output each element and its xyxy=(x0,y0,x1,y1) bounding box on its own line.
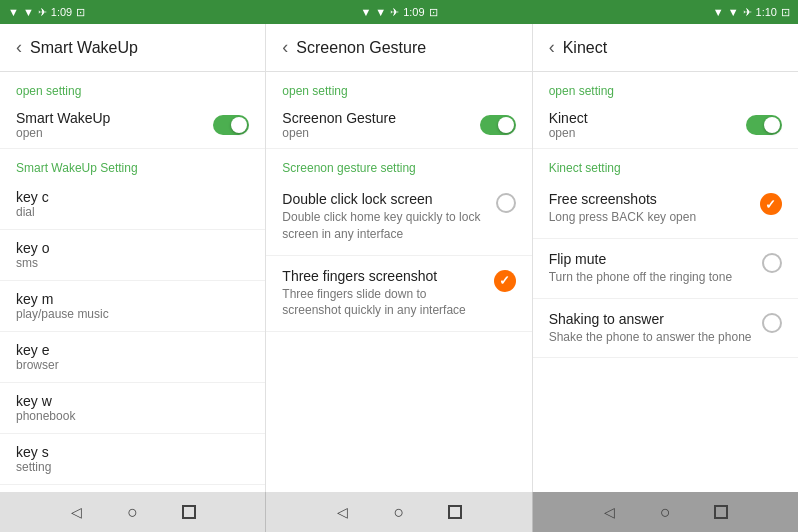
time-mid: 1:09 xyxy=(403,6,424,18)
nav-section-right: ◁ ○ xyxy=(533,492,798,532)
time-right: 1:10 xyxy=(756,6,777,18)
kinect-toggle[interactable] xyxy=(746,115,782,135)
smart-wakeup-toggle[interactable] xyxy=(213,115,249,135)
screenon-sublabel: open xyxy=(282,126,396,140)
panel-title-smart-wakeup: Smart WakeUp xyxy=(30,39,138,57)
kinect-label: Kinect xyxy=(549,110,588,126)
screenshot-icon-mid: ⊡ xyxy=(429,6,438,19)
panel-body-screenon: open setting Screenon Gesture open Scree… xyxy=(266,72,531,492)
nav-home-left[interactable]: ○ xyxy=(117,496,149,528)
smart-wakeup-setting-label: Smart WakeUp Setting xyxy=(0,149,265,179)
key-title: key m xyxy=(16,291,249,307)
kinect-setting-label: Kinect setting xyxy=(533,149,798,179)
airplane-icon: ✈ xyxy=(38,6,47,19)
signal-icon: ▼ xyxy=(23,6,34,18)
back-arrow-screenon[interactable]: ‹ xyxy=(282,37,288,58)
panel-header-kinect: ‹ Kinect xyxy=(533,24,798,72)
open-setting-label-1: open setting xyxy=(0,72,265,102)
nav-back-right[interactable]: ◁ xyxy=(593,496,625,528)
open-setting-label-3: open setting xyxy=(533,72,798,102)
panel-screenon: ‹ Screenon Gesture open setting Screenon… xyxy=(266,24,532,492)
option-three-fingers-title: Three fingers screenshot xyxy=(282,268,485,284)
option-three-fingers[interactable]: Three fingers screenshot Three fingers s… xyxy=(266,256,531,333)
option-double-click-text: Double click lock screen Double click ho… xyxy=(282,191,487,243)
check-three-fingers[interactable] xyxy=(494,270,516,292)
airplane-icon-mid: ✈ xyxy=(390,6,399,19)
airplane-icon-right: ✈ xyxy=(743,6,752,19)
option-shaking-answer-desc: Shake the phone to answer the phone xyxy=(549,329,754,346)
nav-recents-right[interactable] xyxy=(705,496,737,528)
option-three-fingers-text: Three fingers screenshot Three fingers s… xyxy=(282,268,485,320)
back-arrow-smart-wakeup[interactable]: ‹ xyxy=(16,37,22,58)
option-flip-mute-title: Flip mute xyxy=(549,251,754,267)
panel-body-kinect: open setting Kinect open Kinect setting … xyxy=(533,72,798,492)
nav-recents-middle[interactable] xyxy=(439,496,471,528)
screenon-toggle[interactable] xyxy=(480,115,516,135)
option-shaking-answer-text: Shaking to answer Shake the phone to ans… xyxy=(549,311,754,346)
status-bar: ▼ ▼ ✈ 1:09 ⊡ ▼ ▼ ✈ 1:09 ⊡ ▼ ▼ ✈ 1:10 ⊡ xyxy=(0,0,798,24)
screenshot-icon-left: ⊡ xyxy=(76,6,85,19)
back-arrow-kinect[interactable]: ‹ xyxy=(549,37,555,58)
key-sub: setting xyxy=(16,460,249,474)
key-sub: sms xyxy=(16,256,249,270)
smart-wakeup-label: Smart WakeUp xyxy=(16,110,110,126)
key-sub: browser xyxy=(16,358,249,372)
kinect-toggle-row: Kinect open xyxy=(533,102,798,149)
panel-kinect: ‹ Kinect open setting Kinect open Kinect… xyxy=(533,24,798,492)
nav-recents-left[interactable] xyxy=(173,496,205,528)
nav-section-left: ◁ ○ xyxy=(0,492,266,532)
key-sub: phonebook xyxy=(16,409,249,423)
nav-home-right[interactable]: ○ xyxy=(649,496,681,528)
key-title: key w xyxy=(16,393,249,409)
panel-title-kinect: Kinect xyxy=(563,39,607,57)
nav-back-middle[interactable]: ◁ xyxy=(327,496,359,528)
radio-double-click[interactable] xyxy=(496,193,516,213)
key-title: key e xyxy=(16,342,249,358)
signal-icon-mid: ▼ xyxy=(375,6,386,18)
list-item[interactable]: key w phonebook xyxy=(0,383,265,434)
list-item[interactable]: key c dial xyxy=(0,179,265,230)
option-free-screenshots-desc: Long press BACK key open xyxy=(549,209,752,226)
option-double-click[interactable]: Double click lock screen Double click ho… xyxy=(266,179,531,256)
key-title: key c xyxy=(16,189,249,205)
time-left: 1:09 xyxy=(51,6,72,18)
key-title: key o xyxy=(16,240,249,256)
option-flip-mute-text: Flip mute Turn the phone off the ringing… xyxy=(549,251,754,286)
kinect-toggle-text: Kinect open xyxy=(549,110,588,140)
key-sub: play/pause music xyxy=(16,307,249,321)
option-flip-mute[interactable]: Flip mute Turn the phone off the ringing… xyxy=(533,239,798,299)
list-item[interactable]: key s setting xyxy=(0,434,265,485)
panel-body-smart-wakeup: open setting Smart WakeUp open Smart Wak… xyxy=(0,72,265,492)
screenshot-icon-right: ⊡ xyxy=(781,6,790,19)
key-title: key s xyxy=(16,444,249,460)
main-content: ‹ Smart WakeUp open setting Smart WakeUp… xyxy=(0,24,798,492)
wifi-icon-mid: ▼ xyxy=(360,6,371,18)
option-free-screenshots[interactable]: Free screenshots Long press BACK key ope… xyxy=(533,179,798,239)
signal-icon-right: ▼ xyxy=(728,6,739,18)
screenon-toggle-text: Screenon Gesture open xyxy=(282,110,396,140)
list-item[interactable]: key o sms xyxy=(0,230,265,281)
radio-shaking-answer[interactable] xyxy=(762,313,782,333)
option-shaking-answer[interactable]: Shaking to answer Shake the phone to ans… xyxy=(533,299,798,359)
screenon-toggle-row: Screenon Gesture open xyxy=(266,102,531,149)
smart-wakeup-toggle-row: Smart WakeUp open xyxy=(0,102,265,149)
nav-bar: ◁ ○ ◁ ○ ◁ ○ xyxy=(0,492,798,532)
panel-header-screenon: ‹ Screenon Gesture xyxy=(266,24,531,72)
wifi-icon: ▼ xyxy=(8,6,19,18)
option-three-fingers-desc: Three fingers slide down to screenshot q… xyxy=(282,286,485,320)
nav-home-middle[interactable]: ○ xyxy=(383,496,415,528)
radio-flip-mute[interactable] xyxy=(762,253,782,273)
wifi-icon-right: ▼ xyxy=(713,6,724,18)
option-shaking-answer-title: Shaking to answer xyxy=(549,311,754,327)
panel-smart-wakeup: ‹ Smart WakeUp open setting Smart WakeUp… xyxy=(0,24,266,492)
list-item[interactable]: key e browser xyxy=(0,332,265,383)
option-free-screenshots-title: Free screenshots xyxy=(549,191,752,207)
option-double-click-desc: Double click home key quickly to lock sc… xyxy=(282,209,487,243)
check-free-screenshots[interactable] xyxy=(760,193,782,215)
status-bar-left: ▼ ▼ ✈ 1:09 ⊡ xyxy=(8,6,85,19)
nav-back-left[interactable]: ◁ xyxy=(61,496,93,528)
key-list: key c dial key o sms key m play/pause mu… xyxy=(0,179,265,485)
option-free-screenshots-text: Free screenshots Long press BACK key ope… xyxy=(549,191,752,226)
list-item[interactable]: key m play/pause music xyxy=(0,281,265,332)
option-flip-mute-desc: Turn the phone off the ringing tone xyxy=(549,269,754,286)
